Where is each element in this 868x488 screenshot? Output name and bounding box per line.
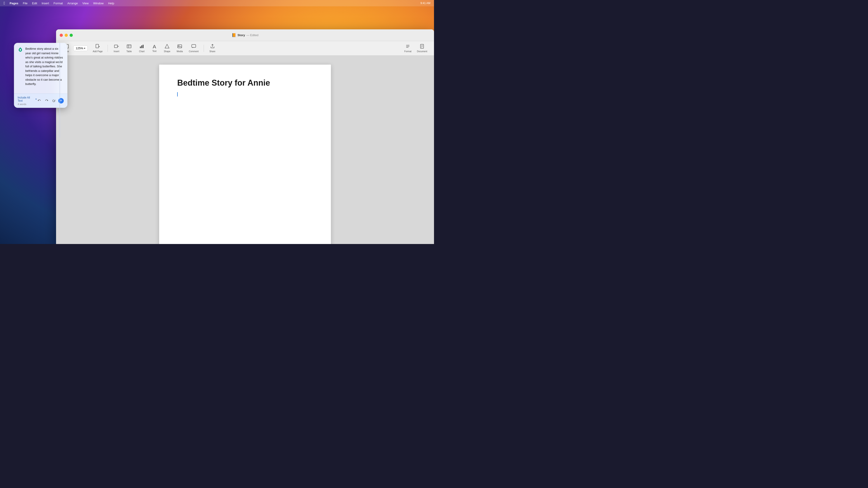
toolbar-insert-button[interactable]: Insert (111, 42, 122, 54)
document-label: Document (417, 50, 427, 53)
undo-button[interactable] (37, 98, 42, 103)
toolbar-table-button[interactable]: Table (123, 42, 135, 54)
menubar-right: 9:41 AM (421, 2, 430, 5)
document-page[interactable]: Bedtime Story for Annie (159, 65, 331, 244)
toolbar: View 125% ▾ Add Page (56, 41, 434, 56)
comment-icon (191, 44, 196, 50)
document-title: Story (238, 33, 245, 37)
word-count-badge: 4 words (18, 103, 37, 105)
svg-rect-13 (143, 45, 144, 48)
add-icon: + (60, 98, 62, 103)
add-to-document-button[interactable]: + (58, 98, 64, 103)
media-icon (177, 44, 182, 50)
pages-window: 📙 Story — Edited View 125% ▾ (56, 29, 434, 244)
toolbar-text-button[interactable]: A Text (149, 43, 160, 54)
add-page-label: Add Page (93, 50, 103, 53)
panel-divider-line (59, 42, 60, 137)
text-cursor (177, 92, 178, 96)
menu-help[interactable]: Help (108, 2, 114, 5)
chart-label: Chart (139, 50, 145, 53)
menu-file[interactable]: File (23, 2, 28, 5)
include-label-text: Include All Text (18, 96, 35, 102)
insert-label: Insert (114, 50, 119, 53)
zoom-value: 125% (76, 46, 83, 50)
toolbar-shape-button[interactable]: Shape (161, 42, 173, 54)
table-icon (127, 44, 131, 50)
zoom-chevron-icon: ▾ (84, 47, 85, 50)
zoom-control[interactable]: 125% ▾ (73, 45, 88, 51)
menu-window[interactable]: Window (93, 2, 103, 5)
share-icon (210, 44, 215, 50)
menu-view[interactable]: View (82, 2, 89, 5)
toolbar-chart-button[interactable]: Chart (136, 42, 148, 54)
document-icon: 📙 (232, 33, 236, 37)
svg-rect-17 (192, 44, 196, 47)
svg-rect-12 (141, 45, 142, 48)
menu-format[interactable]: Format (54, 2, 63, 5)
svg-point-26 (20, 49, 21, 50)
toolbar-right: Format Document (402, 42, 430, 54)
toolbar-add-page-button[interactable]: Add Page (90, 42, 105, 54)
redo-button[interactable] (44, 98, 49, 103)
document-toolbar-icon (420, 44, 425, 50)
ai-prompt-text[interactable]: Bedtime story about a six year old girl … (25, 46, 64, 86)
ai-prompt-area: Bedtime story about a six year old girl … (18, 46, 64, 86)
window-titlebar: 📙 Story — Edited (56, 29, 434, 41)
svg-rect-8 (127, 45, 131, 48)
menubar:  Pages File Edit Insert Format Arrange … (0, 0, 434, 6)
svg-marker-14 (165, 44, 169, 48)
media-label: Media (177, 50, 183, 53)
svg-marker-7 (118, 46, 119, 47)
menu-pages[interactable]: Pages (10, 2, 18, 5)
shape-label: Shape (164, 50, 170, 53)
menu-edit[interactable]: Edit (32, 2, 37, 5)
document-body[interactable] (177, 92, 313, 97)
toolbar-separator-2 (204, 45, 204, 52)
menu-insert[interactable]: Insert (41, 2, 49, 5)
format-icon (405, 44, 410, 50)
toolbar-document-button[interactable]: Document (414, 42, 430, 54)
maximize-button[interactable] (70, 34, 73, 37)
table-label: Table (126, 50, 132, 53)
apple-menu[interactable]:  (4, 1, 5, 6)
format-label: Format (404, 50, 412, 53)
chart-icon (139, 44, 144, 50)
traffic-lights (60, 34, 73, 37)
share-label: Share (209, 50, 215, 53)
close-button[interactable] (60, 34, 63, 37)
toolbar-comment-button[interactable]: Comment (186, 42, 201, 54)
toolbar-separator-1 (107, 45, 108, 52)
ai-logo-icon (18, 47, 23, 53)
document-edited-status: — Edited (246, 33, 258, 37)
toolbar-media-button[interactable]: Media (174, 42, 186, 54)
menu-arrange[interactable]: Arrange (67, 2, 78, 5)
document-title-heading: Bedtime Story for Annie (177, 78, 313, 88)
svg-rect-2 (96, 44, 98, 48)
minimize-button[interactable] (65, 34, 68, 37)
svg-rect-5 (114, 45, 118, 48)
ai-footer-left: Include All Text ▾ 4 words (18, 96, 37, 105)
shape-icon (164, 44, 169, 50)
toolbar-format-button[interactable]: Format (402, 42, 414, 54)
window-title: 📙 Story — Edited (232, 33, 258, 37)
text-toolbar-icon: A (153, 44, 156, 49)
text-label: Text (152, 50, 156, 53)
menubar-clock: 9:41 AM (421, 2, 430, 5)
svg-rect-15 (178, 45, 182, 48)
add-page-icon (95, 44, 100, 50)
refresh-button[interactable] (51, 98, 57, 103)
include-all-text-toggle[interactable]: Include All Text ▾ (18, 96, 37, 102)
comment-label: Comment (189, 50, 198, 53)
document-area[interactable]: Bedtime Story for Annie (56, 56, 434, 244)
toolbar-share-button[interactable]: Share (207, 42, 218, 54)
insert-icon (114, 44, 119, 50)
svg-rect-11 (140, 46, 141, 48)
